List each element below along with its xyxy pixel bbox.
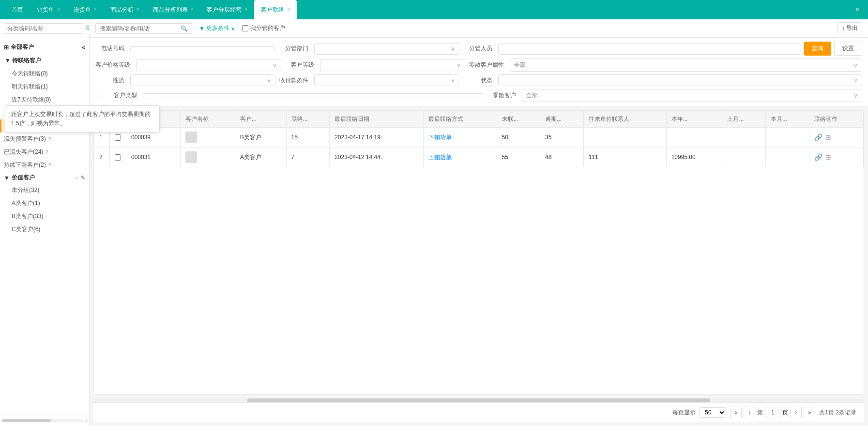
my-customers-checkbox[interactable]: 我分管的客户 (242, 24, 285, 32)
nav-item-customer-contact[interactable]: 客户联络 × (254, 0, 297, 19)
app-root: 首页 销货单 × 进货单 × 商品分析 × 商品分析列表 × 客户分层经营 × … (0, 0, 868, 426)
payment-select[interactable]: ∨ (314, 74, 459, 86)
arrow-icon: ▼ (5, 57, 11, 64)
nav-item-purchase[interactable]: 进货单 × (67, 0, 104, 19)
table-row: 2 000031 A类客户 7 (94, 147, 864, 167)
table-row: 1 000039 B类客户 15 (94, 128, 864, 147)
sidebar-value-section: ▼ 价值客户 ○ ✎ (0, 172, 89, 184)
last-page-button[interactable]: » (804, 407, 815, 418)
col-last-method: 最后联络方式 (424, 111, 497, 128)
per-page-select[interactable]: 50 100 200 (700, 407, 726, 418)
retail-customer-arrow: ∨ (853, 92, 858, 99)
retail-customer-select[interactable]: 全部 ∨ (522, 89, 862, 102)
department-select[interactable]: ∨ (314, 43, 459, 55)
query-button[interactable]: 查询 (804, 42, 831, 56)
gender-select[interactable]: ∨ (130, 74, 275, 86)
nav-close-customer-contact[interactable]: × (287, 0, 290, 19)
first-page-button[interactable]: « (730, 407, 742, 418)
row1-checkbox[interactable] (115, 134, 121, 141)
nav-item-analysis[interactable]: 商品分析 × (104, 0, 146, 19)
window-close-button[interactable]: × (852, 4, 863, 15)
nav-item-home[interactable]: 首页 (5, 0, 30, 19)
row1-action: 🔗 ⊞ (809, 128, 863, 147)
value-circle-icon[interactable]: ○ (75, 175, 78, 181)
more-filters-button[interactable]: ▼ 更多条件 ∨ (196, 23, 238, 34)
row2-this-year: 10995.00 (666, 147, 722, 167)
row2-code: 000031 (126, 147, 181, 167)
sidebar-waiting-section[interactable]: ▼ 待联络客户 (0, 54, 89, 67)
retail-attr-select[interactable]: 全部 ∨ (510, 59, 862, 72)
row2-name (181, 147, 235, 167)
page-input[interactable] (765, 408, 780, 417)
price-level-select[interactable]: ∨ (136, 59, 281, 71)
manager-arrow: ··· (791, 45, 796, 52)
nav-close-analysis[interactable]: × (137, 0, 139, 19)
sidebar-search-input[interactable] (4, 23, 83, 34)
col-contact-person: 往来单位联系人 (583, 111, 666, 128)
phone-input[interactable] (130, 46, 275, 51)
row2-link-icon[interactable]: 🔗 (814, 153, 822, 161)
sidebar-item-lost-warning[interactable]: 流失预警客户(3) ? (0, 132, 89, 146)
manager-select[interactable]: ··· (498, 43, 800, 55)
dots-button[interactable]: ··· (95, 92, 104, 99)
horizontal-scrollbar[interactable] (93, 398, 864, 402)
nav-item-customer-tier[interactable]: 客户分层经营 × (200, 0, 254, 19)
sidebar-item-7days[interactable]: 近7天待联络(0) (0, 93, 89, 106)
sidebar-item-tomorrow[interactable]: 明天待联络(1) (0, 80, 89, 93)
row2-grid-icon[interactable]: ⊞ (825, 153, 831, 161)
my-customers-check[interactable] (242, 25, 248, 31)
col-action: 联络动作 (809, 111, 863, 128)
department-arrow: ∨ (451, 45, 455, 52)
help-icon-already-lost: ? (45, 149, 48, 156)
export-icon: ↑ (842, 25, 845, 32)
col-overdue: 逾期... (540, 111, 584, 128)
row1-grid-icon[interactable]: ⊞ (825, 133, 831, 141)
nav-close-customer-tier[interactable]: × (244, 0, 247, 19)
sidebar-scroll-right[interactable]: › (85, 417, 87, 424)
sidebar-item-already-lost[interactable]: 已流失客户(24) ? (0, 146, 89, 159)
nav-close-sales[interactable]: × (57, 0, 60, 19)
sidebar-item-today[interactable]: 今天待联络(0) (0, 67, 89, 80)
search-icon[interactable]: 🔍 (181, 25, 188, 32)
status-arrow: ∨ (853, 77, 858, 84)
collapse-icon[interactable]: « (82, 44, 85, 51)
customer-type-label: 客户类型 (108, 91, 137, 100)
help-icon-lost: ? (48, 136, 51, 143)
nav-item-analysis-list[interactable]: 商品分析列表 × (146, 0, 200, 19)
row2-checkbox[interactable] (115, 154, 121, 161)
price-level-arrow: ∨ (273, 62, 277, 69)
top-nav: 首页 销货单 × 进货单 × 商品分析 × 商品分析列表 × 客户分层经营 × … (0, 0, 868, 19)
export-button[interactable]: ↑ 导出 (838, 22, 862, 34)
sidebar-all-customers[interactable]: ⊞ 全部客户 « (0, 40, 89, 54)
nav-close-purchase[interactable]: × (94, 0, 97, 19)
sidebar-item-a-class[interactable]: A类客户(1) (0, 197, 89, 210)
row1-method-link[interactable]: 下销货单 (428, 134, 452, 141)
status-select[interactable]: ∨ (498, 74, 862, 86)
scrollbar-thumb[interactable] (247, 398, 710, 402)
gender-arrow: ∨ (267, 77, 271, 84)
customer-level-label: 客户等级 (285, 61, 314, 69)
row2-avatar (185, 151, 197, 163)
action-buttons: 查询 设置 (804, 42, 862, 56)
row1-link-icon[interactable]: 🔗 (814, 133, 822, 141)
row2-not-contact: 55 (497, 147, 540, 167)
nav-item-sales[interactable]: 销货单 × (30, 0, 67, 19)
prev-page-button[interactable]: ‹ (744, 407, 755, 418)
row2-check (110, 147, 126, 167)
row2-method-link[interactable]: 下销货单 (428, 154, 452, 161)
value-edit-icon[interactable]: ✎ (80, 175, 85, 181)
sidebar-item-continue-down[interactable]: 持续下滑客户(2) ? (0, 159, 89, 172)
search-input[interactable] (100, 25, 179, 32)
sidebar-item-c-class[interactable]: C类客户(6) (0, 223, 89, 236)
col-not-contact: 未联... (497, 111, 540, 128)
filter-icon: ▼ (199, 25, 205, 32)
customer-type-select[interactable] (143, 93, 483, 98)
row1-level: B类客户 (235, 128, 286, 147)
customer-level-select[interactable]: ∨ (320, 59, 465, 71)
settings-button[interactable]: 设置 (834, 42, 862, 56)
next-page-button[interactable]: › (790, 407, 802, 418)
sidebar-search-icon[interactable]: 🔍 (85, 25, 90, 32)
sidebar-item-ungroup[interactable]: 未分组(32) (0, 184, 89, 197)
nav-close-analysis-list[interactable]: × (191, 0, 194, 19)
sidebar-item-b-class[interactable]: B类客户(33) (0, 210, 89, 223)
